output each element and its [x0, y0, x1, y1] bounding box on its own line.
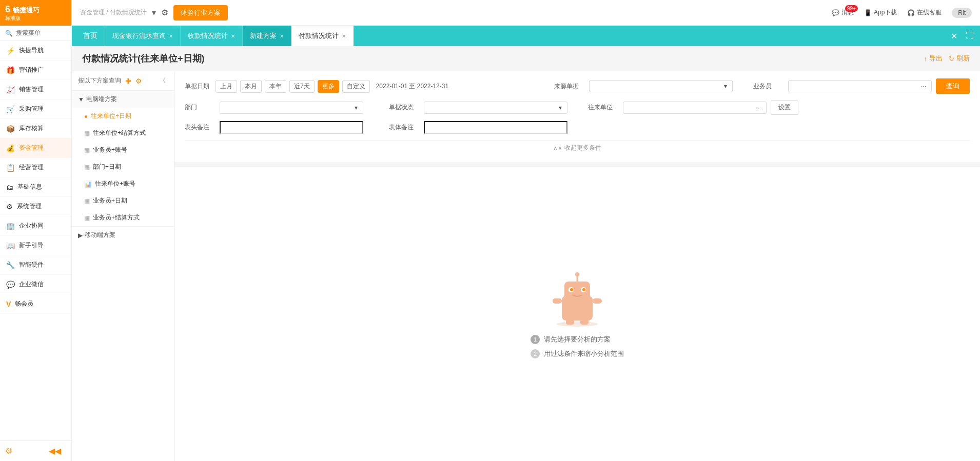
memo1-input[interactable]	[220, 121, 363, 134]
dept-select[interactable]: ▾	[220, 102, 363, 114]
svg-point-8	[575, 272, 579, 276]
tab-close-bank-flow[interactable]: ✕	[169, 33, 173, 39]
mobile-category[interactable]: ▶ 移动端方案	[72, 226, 174, 244]
user-avatar[interactable]: Rit	[952, 8, 972, 18]
topbar-settings-icon[interactable]: ⚙	[161, 8, 168, 17]
sidebar-item-hardware[interactable]: 🔧 智能硬件	[0, 255, 71, 275]
bill-status-select[interactable]: ▾	[424, 102, 567, 114]
tabbar-actions: ✕ ⛶	[949, 29, 976, 43]
topbar-dropdown-icon[interactable]: ▾	[152, 8, 156, 17]
tab-receipt-stats[interactable]: 收款情况统计 ✕	[181, 26, 243, 46]
svg-rect-9	[553, 298, 562, 304]
app-download-btn[interactable]: 📱 App下载	[864, 8, 897, 17]
panel-collapse-icon[interactable]: 《	[160, 76, 166, 85]
export-btn[interactable]: ↑ 导出	[924, 54, 943, 63]
bill-status-arrow: ▾	[559, 104, 562, 111]
tab-home[interactable]: 首页	[76, 26, 105, 46]
sidebar-search[interactable]: 🔍 搜索菜单	[0, 26, 71, 41]
sidebar-item-operations[interactable]: 📋 经营管理	[0, 158, 71, 177]
sidebar-item-member[interactable]: V 畅会员	[0, 294, 71, 314]
collapse-up-icon: ∧∧	[553, 145, 562, 152]
scheme-active-icon: ●	[84, 113, 88, 120]
partner-label: 往来单位	[588, 103, 619, 112]
salesperson-label: 业务员	[753, 82, 784, 91]
basic-info-icon: 🗂	[6, 183, 13, 191]
tab-payment-stats[interactable]: 付款情况统计 ✕	[291, 26, 354, 46]
empty-illustration	[546, 270, 608, 327]
tab-bank-flow[interactable]: 现金银行流水查询 ✕	[105, 26, 181, 46]
sidebar-item-marketing[interactable]: 🎁 营销推广	[0, 61, 71, 80]
settings-button[interactable]: 设置	[771, 100, 798, 115]
date-more[interactable]: 更多	[318, 80, 339, 93]
refresh-btn[interactable]: ↻ 刷新	[949, 54, 970, 63]
main-content: 资金管理 / 付款情况统计 ▾ ⚙ 体验行业方案 💬 消息 99+ 📱 App下…	[72, 0, 980, 461]
category-arrow-icon: ▼	[78, 96, 84, 103]
sidebar-bottom: ⚙ ◀◀	[0, 440, 71, 461]
scheme-item-dept-date[interactable]: ▦ 部门+日期	[72, 158, 174, 175]
dept-arrow: ▾	[355, 104, 358, 111]
salesperson-select[interactable]: ···	[788, 80, 932, 92]
hardware-icon: 🔧	[6, 261, 15, 269]
sidebar-item-basic-info[interactable]: 🗂 基础信息	[0, 177, 71, 197]
tab-maximize-icon[interactable]: ⛶	[964, 29, 976, 43]
memo2-section: 表体备注	[389, 121, 567, 134]
add-scheme-icon[interactable]: ✚	[125, 77, 131, 85]
sidebar-logo: 6 畅捷通巧 标准版	[0, 0, 71, 26]
scheme-icon-2: ▦	[84, 147, 90, 154]
svg-point-6	[582, 288, 585, 291]
source-bill-select[interactable]: ▾	[589, 80, 733, 92]
tab-close-payment-stats[interactable]: ✕	[342, 33, 346, 39]
partner-select[interactable]: ···	[623, 102, 767, 114]
scheme-item-unit-settlement[interactable]: ▦ 往来单位+结算方式	[72, 125, 174, 142]
tab-close-all-icon[interactable]: ✕	[949, 29, 959, 43]
date-last-month[interactable]: 上月	[215, 80, 237, 93]
hint-num-2: 2	[531, 349, 540, 358]
sidebar-item-sales[interactable]: 📈 销售管理	[0, 80, 71, 99]
export-icon: ↑	[924, 55, 928, 63]
sidebar-item-capital[interactable]: 💰 资金管理	[0, 138, 71, 158]
sidebar-item-guide[interactable]: 📖 新手引导	[0, 236, 71, 255]
date-7days[interactable]: 近7天	[289, 80, 315, 93]
message-btn[interactable]: 💬 消息 99+	[832, 8, 854, 17]
tab-close-new-scheme[interactable]: ✕	[280, 33, 284, 39]
memo2-label: 表体备注	[389, 123, 420, 132]
tab-close-receipt-stats[interactable]: ✕	[231, 33, 235, 39]
marketing-icon: 🎁	[6, 66, 15, 74]
sidebar-item-purchase[interactable]: 🛒 采购管理	[0, 99, 71, 119]
collapse-more-btn[interactable]: ∧∧ 收起更多条件	[185, 140, 970, 155]
sidebar-settings-icon[interactable]: ⚙	[5, 446, 12, 456]
enterprise-icon: 🏢	[6, 222, 15, 230]
date-buttons: 上月 本月 本年 近7天 更多 自定义 2022-01-01 至 2022-12…	[215, 80, 448, 93]
capital-icon: 💰	[6, 144, 15, 152]
sidebar-item-system[interactable]: ⚙ 系统管理	[0, 197, 71, 216]
scheme-item-staff-settlement[interactable]: ▦ 业务员+结算方式	[72, 209, 174, 226]
refresh-icon: ↻	[949, 55, 954, 63]
tab-new-scheme[interactable]: 新建方案 ✕	[243, 26, 291, 46]
operations-icon: 📋	[6, 164, 15, 172]
query-button[interactable]: 查询	[936, 78, 970, 94]
memo1-label: 表头备注	[185, 123, 215, 132]
svg-point-5	[570, 288, 573, 291]
sidebar-collapse-icon[interactable]: ◀◀	[49, 446, 61, 456]
date-this-year[interactable]: 本年	[265, 80, 286, 93]
scheme-item-unit-date[interactable]: ● 往来单位+日期	[72, 108, 174, 125]
desktop-category[interactable]: ▼ 电脑端方案	[72, 91, 174, 108]
memo2-input[interactable]	[424, 121, 567, 134]
topbar-right: 💬 消息 99+ 📱 App下载 🎧 在线客服 Rit	[832, 8, 972, 18]
sidebar-item-quick-nav[interactable]: ⚡ 快捷导航	[0, 41, 71, 61]
date-range-text: 2022-01-01 至 2022-12-31	[376, 82, 448, 91]
guide-icon: 📖	[6, 242, 15, 250]
sidebar-item-inventory[interactable]: 📦 库存核算	[0, 119, 71, 138]
salesperson-section: 业务员 ··· 查询	[753, 78, 970, 94]
scheme-settings-icon[interactable]: ⚙	[135, 77, 142, 85]
date-this-month[interactable]: 本月	[240, 80, 262, 93]
sidebar-item-enterprise[interactable]: 🏢 企业协同	[0, 216, 71, 236]
online-service-btn[interactable]: 🎧 在线客服	[907, 8, 942, 17]
sidebar-item-wechat[interactable]: 💬 企业微信	[0, 275, 71, 294]
trial-btn[interactable]: 体验行业方案	[173, 5, 228, 21]
system-icon: ⚙	[6, 203, 13, 211]
scheme-item-staff-account[interactable]: ▦ 业务员+账号	[72, 142, 174, 158]
date-custom[interactable]: 自定义	[342, 80, 370, 93]
scheme-item-unit-account[interactable]: 📊 往来单位+账号	[72, 175, 174, 192]
scheme-item-staff-date[interactable]: ▦ 业务员+日期	[72, 192, 174, 209]
